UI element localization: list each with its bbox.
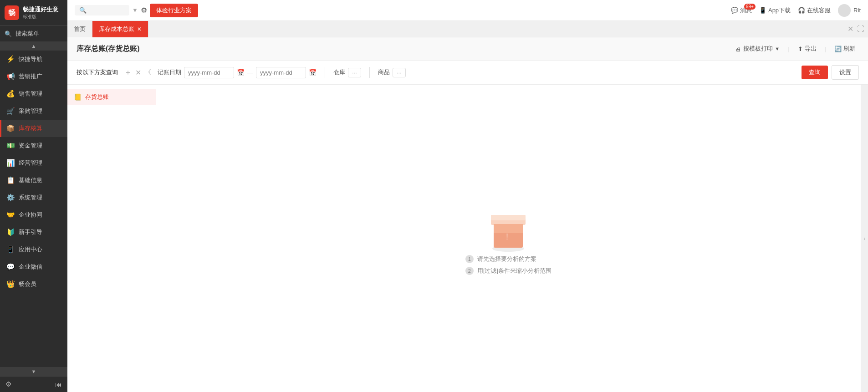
sidebar-item-basic-info[interactable]: 📋 基础信息	[0, 172, 67, 189]
collapse-sidebar-btn[interactable]: ⏮	[55, 381, 62, 388]
sidebar-item-finance[interactable]: 💵 资金管理	[0, 137, 67, 154]
sidebar-item-system[interactable]: ⚙️ 系统管理	[0, 189, 67, 206]
tab-bar: 首页 库存成本总账 ✕ ✕ ⛶	[67, 21, 868, 37]
product-field: 商品 ···	[378, 68, 406, 77]
filter-row: 记账日期 📅 — 📅 仓库 ··· 商品 ··· 查询 设置	[158, 65, 859, 80]
guide-icon: 🔰	[6, 228, 15, 236]
left-filter-panel: 📒 存货总账	[67, 85, 156, 392]
sidebar-item-wechat[interactable]: 💬 企业微信	[0, 258, 67, 275]
warehouse-more-btn[interactable]: ···	[348, 68, 361, 77]
topbar-search-icon: 🔍	[79, 7, 87, 14]
sidebar-item-app-center[interactable]: 📱 应用中心	[0, 241, 67, 258]
panel-title: 库存总账(存货总账)	[77, 44, 140, 54]
print-icon: 🖨	[735, 46, 741, 52]
cooperation-icon: 🤝	[6, 211, 15, 219]
sidebar-item-guide[interactable]: 🔰 新手引导	[0, 224, 67, 241]
print-template-label: 按模板打印	[743, 45, 773, 53]
hint-num-1: 1	[465, 255, 474, 263]
cal-start-icon[interactable]: 📅	[237, 69, 245, 76]
purchase-icon: 🛒	[6, 107, 15, 115]
marketing-icon: 📢	[6, 72, 15, 81]
settings-btn[interactable]: 设置	[832, 65, 859, 80]
sidebar-item-label: 库存核算	[19, 124, 42, 132]
empty-svg: !	[481, 202, 536, 252]
tab-home[interactable]: 首页	[67, 21, 92, 37]
cal-end-icon[interactable]: 📅	[309, 69, 317, 76]
sidebar-item-label: 基础信息	[19, 176, 42, 184]
topbar-search-box[interactable]: 🔍	[75, 5, 129, 15]
topbar-dropdown-icon[interactable]: ▼	[132, 7, 138, 14]
online-service-icon: 🎧	[798, 7, 805, 14]
content-area: 📒 存货总账	[67, 85, 868, 392]
sidebar-nav: ⚡ 快捷导航 📢 营销推广 💰 销售管理 🛒 采购管理 📦 库存核算 💵 资金管…	[0, 51, 67, 367]
app-download-label: App下载	[768, 6, 791, 15]
date-end-input[interactable]	[256, 67, 306, 78]
settings-bottom-btn[interactable]: ⚙	[5, 380, 11, 388]
sidebar-item-marketing[interactable]: 📢 营销推广	[0, 68, 67, 85]
print-dropdown-icon[interactable]: ▼	[775, 46, 780, 51]
export-btn[interactable]: ⬆ 导出	[794, 43, 820, 55]
filter-clear-btn[interactable]: ✕	[133, 68, 143, 77]
tab-close-all-btn[interactable]: ✕	[844, 25, 857, 33]
sidebar-item-label: 企业微信	[19, 263, 42, 271]
empty-hints: 1 请先选择要分析的方案 2 用[过滤]条件来缩小分析范围	[465, 255, 551, 275]
refresh-btn[interactable]: 🔄 刷新	[831, 43, 859, 55]
topbar-right: 💬 消息 99+ 📱 App下载 🎧 在线客服 Rit	[731, 4, 861, 17]
logo-icon: 畅	[5, 5, 19, 20]
main-content: 🔍 ▼ ⚙ 体验行业方案 💬 消息 99+ 📱 App下载 🎧 在线客服	[67, 0, 868, 392]
warehouse-label: 仓库	[333, 68, 345, 76]
tab-close-icon[interactable]: ✕	[137, 26, 142, 32]
date-start-input[interactable]	[184, 67, 234, 78]
filter-scheme-inventory-ledger[interactable]: 📒 存货总账	[67, 89, 156, 105]
scheme-book-icon: 📒	[74, 93, 82, 101]
logo-text: 畅捷通好生意 标准版	[23, 5, 58, 20]
scroll-down-btn[interactable]: ▼	[0, 367, 67, 376]
sidebar-item-inventory[interactable]: 📦 库存核算	[0, 120, 67, 137]
filter-add-btn[interactable]: ＋	[123, 68, 133, 77]
online-service-btn[interactable]: 🎧 在线客服	[798, 6, 831, 15]
user-area[interactable]: Rit	[838, 4, 861, 17]
product-more-btn[interactable]: ···	[393, 68, 406, 77]
sidebar-item-purchase[interactable]: 🛒 采购管理	[0, 102, 67, 120]
svg-text:!: !	[506, 232, 508, 241]
field-separator1	[325, 67, 325, 78]
system-icon: ⚙️	[6, 193, 15, 202]
sidebar-item-label: 快捷导航	[19, 55, 42, 63]
username: Rit	[853, 7, 861, 14]
sidebar-item-cooperation[interactable]: 🤝 企业协同	[0, 206, 67, 224]
tab-inventory-ledger[interactable]: 库存成本总账 ✕	[92, 21, 148, 37]
scroll-up-btn[interactable]: ▲	[0, 41, 67, 51]
date-field: 记账日期 📅 — 📅	[158, 67, 317, 78]
industry-btn[interactable]: 体验行业方案	[150, 4, 198, 17]
date-field-label: 记账日期	[158, 68, 181, 76]
hint-item-1: 1 请先选择要分析的方案	[465, 255, 551, 263]
inventory-icon: 📦	[6, 124, 15, 132]
app-download-btn[interactable]: 📱 App下载	[759, 6, 791, 15]
topbar-breadcrumb-area: 🔍 ▼ ⚙ 体验行业方案	[75, 4, 726, 17]
filter-collapse-btn[interactable]: 《	[143, 68, 153, 76]
user-avatar	[838, 4, 851, 17]
sidebar-item-member[interactable]: 👑 畅会员	[0, 275, 67, 293]
sidebar-item-label: 销售管理	[19, 90, 42, 98]
sidebar-item-label: 营销推广	[19, 72, 42, 81]
empty-illustration: !	[481, 202, 536, 248]
right-panel-collapse-btn[interactable]: ›	[861, 85, 868, 392]
print-template-btn[interactable]: 🖨 按模板打印 ▼	[732, 43, 783, 55]
sidebar-search-btn[interactable]: 🔍 搜索菜单	[0, 26, 67, 41]
message-btn[interactable]: 💬 消息 99+	[731, 6, 752, 15]
tab-expand-btn[interactable]: ⛶	[857, 25, 864, 33]
sidebar-item-label: 畅会员	[19, 280, 36, 288]
hint-num-2: 2	[465, 267, 474, 275]
table-area: ! 1 请先选择要分析的方案 2 用[过滤]条件来缩小分析范围	[156, 85, 861, 392]
sidebar-item-label: 资金管理	[19, 142, 42, 150]
sidebar-item-operation[interactable]: 📊 经营管理	[0, 154, 67, 172]
wechat-icon: 💬	[6, 263, 15, 271]
topbar-gear-icon[interactable]: ⚙	[141, 6, 147, 15]
date-separator: —	[247, 69, 253, 76]
sidebar-item-label: 采购管理	[19, 107, 42, 115]
sidebar-item-quick-nav[interactable]: ⚡ 快捷导航	[0, 51, 67, 68]
sidebar-item-sales[interactable]: 💰 销售管理	[0, 85, 67, 102]
query-btn[interactable]: 查询	[802, 66, 828, 79]
finance-icon: 💵	[6, 142, 15, 150]
search-icon: 🔍	[5, 31, 12, 37]
